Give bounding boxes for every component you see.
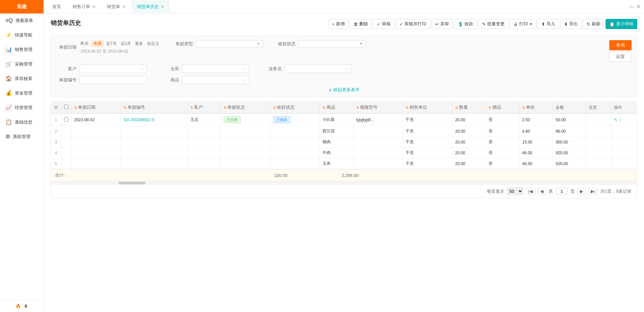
cell-unit-price: 4.80 <box>519 126 553 137</box>
edit-op-btn[interactable]: ✎ <box>614 118 617 122</box>
doc-no-input[interactable] <box>79 76 147 84</box>
th-doc-date[interactable]: ⇅ 单据日期 <box>71 102 121 113</box>
gear-icon[interactable]: ⚙ <box>54 104 58 110</box>
date-btn-custom[interactable]: 自定义 <box>146 40 161 47</box>
pause-icon[interactable]: ⏸ <box>24 304 28 309</box>
tab-sales-history[interactable]: 销货单历史 ✕ <box>132 1 169 13</box>
tab-home[interactable]: 首页 <box>47 1 66 13</box>
new-button[interactable]: + 新增 <box>329 19 349 29</box>
th-sales-unit[interactable]: ⇅ 销售单位 <box>403 102 452 113</box>
display-detail-button[interactable]: 📋 显示明细 <box>606 19 637 29</box>
page-last-icon[interactable]: ▶| <box>588 188 597 195</box>
filter-date: 单据日期 昨天 今天 近7天 近1月 更多 自定义 2023-06-02 至 2… <box>56 40 161 54</box>
window-close-icon[interactable]: ✕ <box>636 3 641 10</box>
cell-operation <box>611 148 637 158</box>
customer-input[interactable]: ··· <box>79 64 147 73</box>
salesperson-input[interactable]: ··· <box>284 64 352 73</box>
th-checkbox <box>61 102 71 113</box>
th-spec-type[interactable]: ⇅ 规格型号 <box>353 102 403 113</box>
payment-status-select[interactable]: ▼ <box>298 40 366 47</box>
sidebar-item-label: 基础信息 <box>15 119 32 125</box>
delete-button[interactable]: 🗑 删除 <box>350 19 372 29</box>
tab-sales-delivery[interactable]: 销货单 ✕ <box>102 1 131 13</box>
sort-icon: ⇅ <box>190 106 193 109</box>
th-gift[interactable]: ⇅ 赠品 <box>486 102 519 113</box>
export-button[interactable]: ⬇ 导出 <box>560 19 582 29</box>
salesperson-dots-icon: ··· <box>345 66 349 71</box>
th-doc-status[interactable]: ⇅ 单据状态 <box>221 102 270 113</box>
discard-button[interactable]: ↩ 弃审 <box>431 19 453 29</box>
sidebar-item-quick-nav[interactable]: ⚡ 快捷导航 <box>0 28 44 42</box>
th-quantity[interactable]: ⇅ 数量 <box>452 102 486 113</box>
page-next-icon[interactable]: ▶ <box>578 188 586 195</box>
sidebar-item-business-mgmt[interactable]: 📈 经营管理 <box>0 100 44 115</box>
tab-sales-order-close[interactable]: ✕ <box>92 4 95 9</box>
audit-print-button[interactable]: ✓ 审核并打印 <box>396 19 430 29</box>
cell-payment-status: 已收款 <box>270 113 320 126</box>
sort-icon: ⇅ <box>488 106 491 109</box>
batch-change-button[interactable]: ✎ 批量变更 <box>478 19 508 29</box>
audit-button[interactable]: ✓ 审核 <box>373 19 394 29</box>
setting-button[interactable]: 设置 <box>609 52 632 62</box>
collapse-button[interactable]: ∧ 收起更多条件 <box>56 87 632 93</box>
warehouse-dots-icon: ··· <box>243 66 246 71</box>
doc-type-select[interactable]: ▼ <box>196 40 263 47</box>
collect-button[interactable]: 💲 收款 <box>454 19 477 29</box>
row-num: 1 <box>51 113 61 126</box>
page-first-icon[interactable]: |◀ <box>526 188 535 195</box>
date-btn-7days[interactable]: 近7天 <box>105 40 118 47</box>
th-goods[interactable]: ⇅ 商品 <box>320 102 353 113</box>
row-num: 3 <box>51 137 61 148</box>
cell-unit-price: 46.00 <box>519 148 553 158</box>
date-btn-today[interactable]: 今天 <box>91 40 104 47</box>
page-prev-icon[interactable]: ◀ <box>538 188 546 195</box>
finance-mgmt-icon: 💰 <box>5 90 12 96</box>
th-gear[interactable]: ⚙ <box>51 102 61 113</box>
tab-sales-order[interactable]: 销售订单 ✕ <box>67 1 101 13</box>
customer-dots-icon: ··· <box>140 66 144 71</box>
import-icon: ⬆ <box>541 22 545 27</box>
fire-icon[interactable]: 🔥 <box>16 304 21 309</box>
import-button[interactable]: ⬆ 导入 <box>538 19 559 29</box>
tab-sales-delivery-label: 销货单 <box>107 4 120 10</box>
sidebar-item-purchase-mgmt[interactable]: 🛒 采购管理 <box>0 57 44 71</box>
collect-icon: 💲 <box>458 22 463 27</box>
warehouse-input[interactable]: ··· <box>182 64 249 73</box>
window-minimize-icon[interactable]: — <box>629 4 634 10</box>
tab-sales-delivery-close[interactable]: ✕ <box>122 4 125 9</box>
goods-dots-icon: ··· <box>243 77 246 82</box>
page-input[interactable] <box>556 188 568 195</box>
th-unit-price[interactable]: ⇅ 单价 <box>519 102 553 113</box>
query-button[interactable]: 查询 <box>609 40 632 50</box>
refresh-button[interactable]: ↻ 刷新 <box>583 19 604 29</box>
tab-sales-history-close[interactable]: ✕ <box>161 4 164 9</box>
select-all-checkbox[interactable] <box>64 105 68 109</box>
th-customer[interactable]: ⇅ 客户 <box>187 102 221 113</box>
sidebar-item-label: 系统管理 <box>13 134 30 140</box>
payment-status-badge: 已收款 <box>273 116 290 123</box>
sort-icon: ⇅ <box>323 106 325 109</box>
row-select-checkbox[interactable] <box>64 117 68 122</box>
doc-no-link[interactable]: SA-20230602-0 <box>123 117 154 122</box>
th-doc-no[interactable]: ⇅ 单据编号 <box>121 102 187 113</box>
per-page-select[interactable]: 10 20 50 100 <box>507 187 523 195</box>
more-op-btn[interactable]: ⋮ <box>618 118 622 122</box>
date-btn-1month[interactable]: 近1月 <box>119 40 133 47</box>
sidebar-item-finance-mgmt[interactable]: 💰 资金管理 <box>0 86 44 100</box>
cell-doc-no <box>121 158 187 169</box>
sidebar-item-inventory[interactable]: 🏠 库存核算 <box>0 71 44 86</box>
cell-spec-type <box>353 158 403 169</box>
print-button[interactable]: 🖨 打印 ▼ <box>510 19 536 29</box>
sidebar-item-basic-info[interactable]: 📋 基础信息 <box>0 115 44 129</box>
row-checkbox <box>61 137 71 148</box>
cell-goods: 玉米 <box>320 158 353 169</box>
date-btn-yesterday[interactable]: 昨天 <box>79 40 90 47</box>
cell-payment-status <box>270 126 320 137</box>
th-payment-status[interactable]: ⇅ 收款状态 <box>270 102 320 113</box>
sidebar-item-label: 经营管理 <box>15 105 32 111</box>
goods-input[interactable]: ··· <box>182 76 249 84</box>
sidebar-item-sales-mgmt[interactable]: 📊 销售管理 <box>0 42 44 57</box>
date-btn-more[interactable]: 更多 <box>134 40 144 47</box>
sidebar-item-search-menu[interactable]: ≡Q 搜索菜单 <box>0 14 44 28</box>
sidebar-item-system-mgmt[interactable]: ⚙ 系统管理 <box>0 129 44 144</box>
